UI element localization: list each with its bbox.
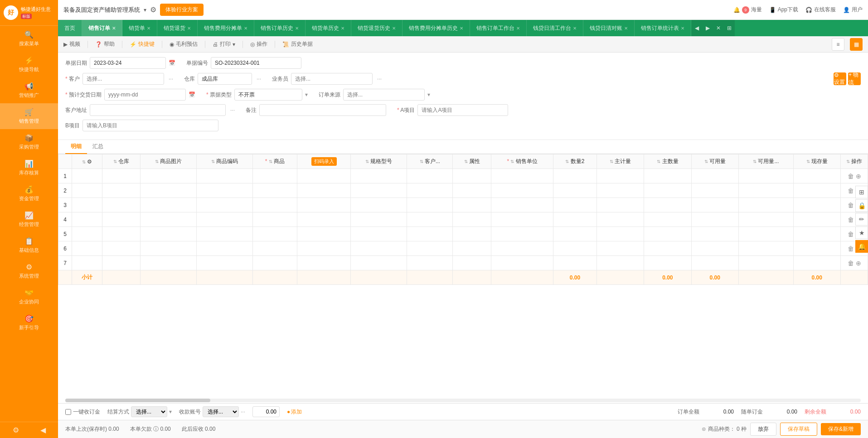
- cell-7-0[interactable]: [72, 256, 102, 270]
- notification-btn[interactable]: 🔔 9 海量: [733, 6, 762, 14]
- system-dropdown-btn[interactable]: ▾: [144, 7, 146, 13]
- cell-7-14[interactable]: [738, 256, 793, 270]
- right-float-btn-1[interactable]: ⊞: [855, 186, 868, 198]
- delete-row-btn-6[interactable]: 🗑: [847, 244, 855, 253]
- cell-5-15[interactable]: [793, 227, 840, 241]
- nav-tab-close-8[interactable]: ✕: [460, 26, 463, 31]
- right-float-btn-5[interactable]: 🔔: [855, 240, 868, 253]
- sidebar-item-1[interactable]: ⚡快捷导航: [0, 52, 58, 77]
- cell-7-1[interactable]: [102, 256, 141, 270]
- cell-4-14[interactable]: [738, 212, 793, 227]
- online-service-btn[interactable]: 🎧 在线客服: [805, 6, 836, 14]
- nav-tab-9[interactable]: 销售订单工作台✕: [470, 20, 527, 36]
- cell-4-10[interactable]: [553, 212, 597, 227]
- calendar-icon[interactable]: 📅: [169, 60, 175, 66]
- scrollbar-track[interactable]: [65, 399, 861, 402]
- nav-tab-close-6[interactable]: ✕: [341, 26, 344, 31]
- nav-tab-12[interactable]: 销售订单统计表✕: [635, 20, 691, 36]
- cell-6-10[interactable]: [553, 241, 597, 256]
- order-source-input[interactable]: [343, 89, 425, 101]
- delivery-calendar-icon[interactable]: 📅: [189, 91, 195, 98]
- delete-row-btn-7[interactable]: 🗑: [847, 259, 855, 268]
- cell-6-14[interactable]: [738, 241, 793, 256]
- nav-tab-3[interactable]: 销货退货✕: [157, 20, 198, 36]
- print-btn[interactable]: 🖨 打印 ▾: [213, 40, 235, 48]
- cell-7-15[interactable]: [793, 256, 840, 270]
- warehouse-dots-icon[interactable]: ···: [257, 76, 261, 82]
- user-btn[interactable]: 👤 用户: [843, 6, 863, 14]
- nav-expand[interactable]: ⊞: [724, 20, 735, 36]
- cell-3-0[interactable]: [72, 198, 102, 212]
- cell-3-9[interactable]: [491, 198, 553, 212]
- delete-row-btn-1[interactable]: 🗑: [847, 172, 855, 181]
- nav-tab-4[interactable]: 销售费用分摊单✕: [198, 20, 254, 36]
- cell-2-1[interactable]: [102, 183, 141, 198]
- nav-tab-close-11[interactable]: ✕: [624, 26, 628, 31]
- nav-tab-10[interactable]: 钱贷日清工作台✕: [527, 20, 583, 36]
- sidebar-item-2[interactable]: 📢营销推广: [0, 77, 58, 103]
- cell-3-8[interactable]: [453, 198, 491, 212]
- cell-1-5[interactable]: [297, 169, 350, 183]
- bank-dots-icon[interactable]: ···: [241, 409, 245, 415]
- cell-4-7[interactable]: [407, 212, 453, 227]
- cell-1-13[interactable]: [691, 169, 738, 183]
- cell-7-4[interactable]: [253, 256, 297, 270]
- cell-7-12[interactable]: [644, 256, 691, 270]
- cell-2-3[interactable]: [197, 183, 253, 198]
- nav-tab-close-2[interactable]: ✕: [147, 26, 150, 31]
- cell-6-6[interactable]: [351, 241, 407, 256]
- layout-list-btn[interactable]: ≡: [832, 38, 844, 51]
- cell-4-3[interactable]: [197, 212, 253, 227]
- quick-payment-checkbox[interactable]: [65, 409, 71, 415]
- cell-5-8[interactable]: [453, 227, 491, 241]
- salesman-dots-icon[interactable]: ···: [377, 76, 382, 82]
- save-draft-btn[interactable]: 保存草稿: [780, 423, 817, 436]
- invoice-type-input[interactable]: [234, 89, 302, 101]
- nav-tab-7[interactable]: 销货退货历史✕: [351, 20, 402, 36]
- cell-7-5[interactable]: [297, 256, 350, 270]
- cell-2-7[interactable]: [407, 183, 453, 198]
- nav-tab-close-10[interactable]: ✕: [573, 26, 577, 31]
- collapse-icon[interactable]: ◀: [40, 426, 46, 434]
- cell-6-12[interactable]: [644, 241, 691, 256]
- cell-5-5[interactable]: [297, 227, 350, 241]
- cell-2-5[interactable]: [297, 183, 350, 198]
- nav-tab-close-12[interactable]: ✕: [681, 26, 684, 31]
- sidebar-item-0[interactable]: 🔍搜索菜单: [0, 26, 58, 52]
- cell-1-11[interactable]: [596, 169, 644, 183]
- nav-tab-6[interactable]: 销货单历史✕: [305, 20, 351, 36]
- cell-5-6[interactable]: [351, 227, 407, 241]
- cell-5-4[interactable]: [253, 227, 297, 241]
- amount-input[interactable]: [252, 406, 280, 417]
- cell-4-15[interactable]: [793, 212, 840, 227]
- nav-tab-close-7[interactable]: ✕: [392, 26, 396, 31]
- cell-7-13[interactable]: [691, 256, 738, 270]
- order-source-dropdown-icon[interactable]: ▾: [427, 91, 430, 98]
- remarks-input[interactable]: [259, 104, 386, 116]
- cell-4-12[interactable]: [644, 212, 691, 227]
- cell-4-11[interactable]: [596, 212, 644, 227]
- sidebar-item-9[interactable]: ⚙系统管理: [0, 258, 58, 284]
- cell-3-7[interactable]: [407, 198, 453, 212]
- cell-1-3[interactable]: [197, 169, 253, 183]
- nav-tab-close-9[interactable]: ✕: [516, 26, 520, 31]
- cell-1-0[interactable]: [72, 169, 102, 183]
- cell-1-10[interactable]: [553, 169, 597, 183]
- cell-2-4[interactable]: [253, 183, 297, 198]
- cell-1-2[interactable]: [141, 169, 197, 183]
- nav-tab-close-5[interactable]: ✕: [295, 26, 299, 31]
- app-download-btn[interactable]: 📱 App下载: [769, 6, 798, 14]
- cell-3-6[interactable]: [351, 198, 407, 212]
- nav-tab-5[interactable]: 销售订单历史✕: [254, 20, 305, 36]
- cell-3-12[interactable]: [644, 198, 691, 212]
- cell-7-6[interactable]: [351, 256, 407, 270]
- cell-7-3[interactable]: [197, 256, 253, 270]
- delivery-date-input[interactable]: [104, 89, 186, 101]
- address-dots-icon[interactable]: ···: [230, 107, 235, 113]
- cell-3-3[interactable]: [197, 198, 253, 212]
- nav-tab-8[interactable]: 销售费用分摊单历史✕: [402, 20, 470, 36]
- right-float-btn-2[interactable]: 🔒: [855, 199, 868, 212]
- cell-5-0[interactable]: [72, 227, 102, 241]
- operations-btn[interactable]: ◎ 操作: [250, 40, 267, 48]
- cell-7-11[interactable]: [596, 256, 644, 270]
